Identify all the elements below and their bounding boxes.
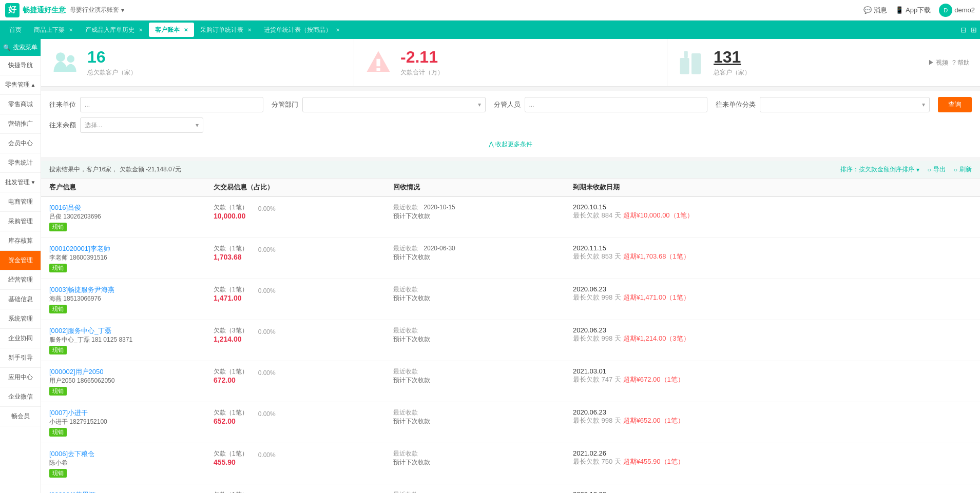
tab-collapse-btn[interactable]: ⊟	[960, 26, 967, 34]
stat-info-total: 131 总客户（家）	[714, 48, 920, 77]
sort-select[interactable]: 排序：按欠款金额倒序排序 ▾	[840, 165, 919, 174]
sidebar-item-corp-collab[interactable]: 企业协同	[0, 329, 41, 348]
overdue-amount-link[interactable]: 超期¥1,471.00（1笔）	[623, 293, 690, 301]
sidebar-item-ops-mgmt[interactable]: 经营管理	[0, 270, 41, 290]
customer-phone: 海燕 18513066976	[49, 294, 214, 303]
person-input[interactable]: ...	[525, 97, 708, 112]
overdue-cell: 2020.12.30 最长欠款 808 天 超期¥429.00（1笔）	[573, 490, 972, 493]
tab-product-offsale-close[interactable]: ✕	[69, 27, 73, 33]
sidebar-item-batch-mgmt[interactable]: 批发管理 ▼	[0, 173, 41, 192]
customer-name-link[interactable]: [0003]畅捷服务尹海燕	[49, 286, 114, 293]
sidebar-item-sys-mgmt[interactable]: 系统管理	[0, 309, 41, 329]
table-row: [0016]吕俊 吕俊 13026203696 现销 欠款（1笔） 10,000…	[41, 197, 980, 238]
export-btn[interactable]: ○ 导出	[928, 165, 946, 174]
customer-name-link[interactable]: [0007]小进干	[49, 409, 88, 417]
sidebar-item-quick-nav[interactable]: 快捷导航	[0, 56, 41, 75]
overdue-amount-link[interactable]: 超期¥1,703.68（1笔）	[623, 252, 690, 260]
sidebar-item-inventory[interactable]: 库存核算	[0, 231, 41, 251]
tab-purchase-stats[interactable]: 采购订单统计表 ✕	[194, 23, 258, 37]
table-body: [0016]吕俊 吕俊 13026203696 现销 欠款（1笔） 10,000…	[41, 197, 980, 493]
overdue-amount-link[interactable]: 超期¥652.00（1笔）	[623, 417, 684, 424]
tab-instock-stats[interactable]: 进货单统计表（按商品） ✕	[258, 23, 346, 37]
sidebar-item-retail-stats[interactable]: 零售统计	[0, 153, 41, 173]
app-download-btn[interactable]: 📱 App下载	[895, 6, 931, 15]
company-selector[interactable]: 母婴行业演示账套 ▾	[70, 6, 124, 14]
tab-home[interactable]: 首页	[3, 23, 28, 37]
svg-point-0	[56, 52, 65, 62]
tab-customer-account-close[interactable]: ✕	[184, 27, 188, 33]
sidebar-item-vip-member[interactable]: 畅会员	[0, 407, 41, 426]
stat-icon-total	[678, 49, 705, 76]
recovery-info: 最近收款	[393, 408, 573, 417]
tab-product-history-close[interactable]: ✕	[139, 27, 143, 33]
overdue-date: 2020.12.30	[573, 490, 972, 493]
sidebar-item-basic-info[interactable]: 基础信息	[0, 290, 41, 309]
help-btn[interactable]: ? 帮助	[952, 58, 970, 67]
svg-point-1	[67, 55, 74, 63]
sidebar-item-newbie[interactable]: 新手引导	[0, 348, 41, 368]
refresh-btn[interactable]: ○ 刷新	[954, 165, 972, 174]
filter-row-1: 往来单位 ... 分管部门 ▾ 分管人员 ...	[49, 97, 972, 112]
video-btn[interactable]: ▶ 视频	[928, 58, 948, 67]
collapse-more-btn[interactable]: ⋀ 收起更多条件	[49, 138, 972, 151]
sidebar-item-member-center[interactable]: 会员中心	[0, 134, 41, 153]
unit-category-input[interactable]: ▾	[760, 97, 930, 112]
debt-percent: 0.00%	[258, 285, 276, 294]
sidebar-item-retail-mgmt[interactable]: 零售管理 ▲	[0, 75, 41, 95]
customer-phone: 李老师 18600391516	[49, 253, 214, 262]
tab-customer-account[interactable]: 客户账本 ✕	[149, 23, 194, 37]
dept-input[interactable]: ▾	[302, 97, 486, 112]
source-unit-input[interactable]: ...	[80, 97, 263, 112]
tab-product-history[interactable]: 产成品入库单历史 ✕	[79, 23, 149, 37]
customer-name-link[interactable]: [0002]服务中心_丁磊	[49, 327, 111, 334]
overdue-amount-link[interactable]: 超期¥455.90（1笔）	[623, 458, 684, 465]
search-button[interactable]: 查询	[938, 97, 972, 112]
tab-instock-stats-label: 进货单统计表（按商品）	[264, 26, 332, 34]
customer-name-link[interactable]: [000001]黄思源	[49, 491, 95, 493]
filter-person-label: 分管人员	[494, 100, 521, 109]
sidebar-item-app-center[interactable]: 应用中心	[0, 368, 41, 387]
sidebar-item-capital-mgmt[interactable]: 资金管理	[0, 251, 41, 270]
stat-value-customers: 16	[87, 48, 343, 66]
debt-cell: 欠款（1笔） 429.00 0.00%	[214, 490, 393, 493]
overdue-amount-link[interactable]: 超期¥672.00（1笔）	[623, 376, 684, 383]
sidebar-item-marketing[interactable]: 营销推广	[0, 114, 41, 134]
tab-purchase-stats-close[interactable]: ✕	[247, 27, 252, 33]
customer-tag: 现销	[49, 346, 67, 354]
debt-amount[interactable]: 672.00	[214, 376, 248, 384]
data-table: 客户信息 欠交易信息（占比） 回收情况 到期未收款日期 [0016]吕俊 吕俊 …	[41, 179, 980, 493]
overdue-amount-link[interactable]: 超期¥1,214.00（3笔）	[623, 334, 690, 342]
overdue-amount-link[interactable]: 超期¥10,000.00（1笔）	[623, 211, 694, 219]
sidebar-search[interactable]: 🔍 搜索菜单	[0, 39, 41, 56]
tab-customer-account-label: 客户账本	[155, 26, 180, 34]
debt-amount[interactable]: 652.00	[214, 417, 248, 425]
overdue-date: 2020.06.23	[573, 326, 972, 334]
recovery-cell: 最近收款 预计下次收款	[393, 449, 573, 467]
debt-amount[interactable]: 1,703.68	[214, 253, 248, 261]
user-menu[interactable]: D demo2	[939, 4, 975, 17]
customer-name-link[interactable]: [0006]去下粮仓	[49, 450, 94, 458]
customer-name-link[interactable]: [0001020001]李老师	[49, 245, 110, 252]
debt-amount[interactable]: 455.90	[214, 458, 248, 466]
debt-info: 欠款（1笔）	[214, 367, 248, 376]
message-btn[interactable]: 💬 消息	[863, 6, 887, 15]
tab-instock-stats-close[interactable]: ✕	[336, 27, 340, 33]
balance-input[interactable]: 选择... ▾	[80, 117, 203, 133]
debt-percent: 0.00%	[258, 203, 276, 212]
debt-amount[interactable]: 1,214.00	[214, 335, 248, 343]
sidebar-item-ecommerce[interactable]: 电商管理	[0, 192, 41, 212]
customer-name-link[interactable]: [0016]吕俊	[49, 204, 81, 211]
tab-product-offsale[interactable]: 商品上下架 ✕	[28, 23, 79, 37]
customer-name-link[interactable]: [000002]用户2050	[49, 368, 104, 376]
tab-expand-btn[interactable]: ⊞	[971, 26, 977, 34]
customer-tag: 现销	[49, 387, 67, 396]
debt-amount[interactable]: 10,000.00	[214, 212, 248, 220]
debt-amount[interactable]: 1,471.00	[214, 294, 248, 302]
sidebar-item-retail-store[interactable]: 零售商城	[0, 95, 41, 114]
sidebar-item-corp-wechat[interactable]: 企业微信	[0, 387, 41, 407]
sidebar-item-purchase-mgmt[interactable]: 采购管理	[0, 212, 41, 231]
video-icon: ▶	[928, 59, 934, 66]
debt-cell: 欠款（1笔） 10,000.00 0.00%	[214, 203, 393, 220]
stat-label-amount: 欠款合计（万）	[400, 68, 657, 77]
unit-category-dropdown-icon: ▾	[922, 101, 925, 108]
